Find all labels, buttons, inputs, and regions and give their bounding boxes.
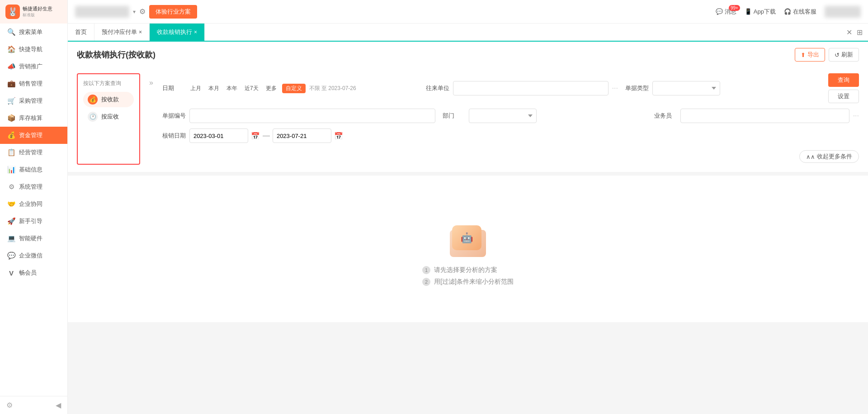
tab-writeoff-close[interactable]: × [194,29,197,35]
filter-option-receivable-label: 按应收 [101,113,119,121]
sidebar-label-enterprise: 企业协同 [19,200,42,208]
sidebar-label-finance: 资金管理 [19,131,42,139]
service-icon: 🎧 [784,8,791,15]
tip-num-2: 2 [422,278,430,286]
this-month-btn[interactable]: 本月 [207,84,221,93]
tab-home[interactable]: 首页 [68,24,94,41]
refresh-button[interactable]: ↺ 刷新 [829,48,859,62]
export-button[interactable]: ⬆ 导出 [795,48,825,62]
collapse-left-panel[interactable]: » [147,77,155,89]
dept-label: 部门 [443,112,465,120]
sidebar-item-marketing[interactable]: 📣 营销推广 [0,58,67,75]
sidebar-item-search[interactable]: 🔍 搜索菜单 [0,24,67,41]
sidebar-item-basic[interactable]: 📊 基础信息 [0,161,67,178]
staff-field: 业务员 ··· [654,109,859,123]
sidebar-item-purchase[interactable]: 🛒 采购管理 [0,92,67,109]
staff-input[interactable] [680,109,849,123]
management-icon: 📋 [7,148,15,157]
staff-dots[interactable]: ··· [853,112,859,120]
collapse-sidebar-icon[interactable]: ◀ [56,401,61,409]
custom-date-btn[interactable]: 自定义 [282,84,306,93]
sidebar-item-guide[interactable]: 🚀 新手引导 [0,213,67,230]
date-separator: — [263,132,270,140]
sidebar-item-wechat[interactable]: 💬 企业微信 [0,247,67,264]
sidebar-logo: 🐰 畅捷通好生意 标准版 [0,0,67,24]
tabs-controls: ✕ ⊞ [846,28,868,37]
settings-footer-icon[interactable]: ⚙ [6,401,13,409]
writeoff-date-start-input[interactable] [189,128,248,143]
sidebar-item-finance[interactable]: 💰 资金管理 [0,127,67,144]
writeoff-start-cal-icon[interactable]: 📅 [251,132,260,140]
gear-icon[interactable]: ⚙ [139,7,146,16]
sidebar-item-inventory[interactable]: 📦 库存核算 [0,109,67,127]
sidebar-item-sales[interactable]: 💼 销售管理 [0,75,67,92]
app-download-button[interactable]: 📱 App下载 [745,8,776,16]
tab-writeoff-label: 收款核销执行 [157,28,192,36]
writeoff-date-end-input[interactable] [273,128,331,143]
sidebar-item-enterprise[interactable]: 🤝 企业协同 [0,195,67,213]
receivable-icon: 🕐 [88,112,98,122]
marketing-icon: 📣 [7,62,15,71]
inventory-icon: 📦 [7,114,15,122]
sidebar-item-nav[interactable]: 🏠 快捷导航 [0,41,67,58]
filter-row-3: 核销日期 📅 — 📅 [162,128,859,143]
close-tab-icon[interactable]: ✕ [846,28,852,37]
setting-button[interactable]: 设置 [828,90,859,103]
date-field: 日期 上月 本月 本年 近7天 更多 自定义 不限 至 2023-07-26 [162,84,419,93]
filter-form: 日期 上月 本月 本年 近7天 更多 自定义 不限 至 2023-07-26 [162,73,859,165]
last-7days-btn[interactable]: 近7天 [243,84,260,93]
counterparty-input[interactable] [453,81,609,95]
sidebar-label-wechat: 企业微信 [19,252,42,260]
app-label: App下载 [754,8,776,16]
dept-select[interactable] [469,109,537,123]
tip-text-1: 请先选择要分析的方案 [434,266,497,274]
tab-writeoff[interactable]: 收款核销执行 × [150,24,205,41]
tab-prepay[interactable]: 预付冲应付单 × [94,24,150,41]
voucher-no-input[interactable] [189,109,435,123]
message-icon: 💬 [716,8,723,15]
topbar-left: ▾ ⚙ 体验行业方案 [75,5,197,19]
this-year-btn[interactable]: 本年 [225,84,239,93]
tabs-bar: 首页 预付冲应付单 × 收款核销执行 × ✕ ⊞ [68,24,868,42]
message-button[interactable]: 💬 消息 99+ [716,8,736,16]
query-button[interactable]: 查询 [828,73,859,87]
topbar: ▾ ⚙ 体验行业方案 💬 消息 99+ 📱 App下载 🎧 在线客服 [68,0,868,24]
app-icon: 📱 [745,8,752,15]
sidebar-item-system[interactable]: ⚙ 系统管理 [0,178,67,195]
writeoff-date-field: 核销日期 📅 — 📅 [162,128,343,143]
expand-tab-icon[interactable]: ⊞ [857,28,863,37]
tab-prepay-close[interactable]: × [139,29,142,35]
dropdown-icon[interactable]: ▾ [133,9,136,15]
collapse-icon: ∧∧ [806,153,815,160]
writeoff-end-cal-icon[interactable]: 📅 [334,132,343,140]
counterparty-label: 往来单位 [426,84,449,92]
more-date-btn[interactable]: 更多 [264,84,278,93]
tip-text-2: 用[过滤]条件来缩小分析范围 [434,278,514,286]
sidebar-nav: 🔍 搜索菜单 🏠 快捷导航 📣 营销推广 💼 销售管理 🛒 采购管理 📦 库存核… [0,24,67,396]
date-label: 日期 [162,84,185,92]
sidebar-item-hardware[interactable]: 💻 智能硬件 [0,230,67,247]
sidebar-label-search: 搜索菜单 [19,28,42,36]
sidebar-label-guide: 新手引导 [19,217,42,225]
writeoff-date-group: 📅 — 📅 [189,128,343,143]
sidebar-label-nav: 快捷导航 [19,45,42,53]
counterparty-dots[interactable]: ··· [612,84,618,92]
sales-icon: 💼 [7,80,15,88]
sidebar-label-hardware: 智能硬件 [19,234,42,243]
date-shortcuts: 上月 本月 本年 近7天 更多 自定义 不限 至 2023-07-26 [189,84,356,93]
filter-row-1: 日期 上月 本月 本年 近7天 更多 自定义 不限 至 2023-07-26 [162,73,859,103]
voucher-type-select[interactable] [652,81,720,95]
sidebar-item-member[interactable]: V 畅会员 [0,264,67,281]
filter-option-by-receivable[interactable]: 🕐 按应收 [83,109,134,124]
sidebar-label-basic: 基础信息 [19,166,42,174]
wechat-icon: 💬 [7,252,15,260]
last-month-btn[interactable]: 上月 [189,84,203,93]
empty-tip-2: 2 用[过滤]条件来缩小分析范围 [422,278,514,286]
purchase-icon: 🛒 [7,97,15,105]
filter-option-by-receipt[interactable]: 💰 按收款 [83,92,134,107]
collapse-more-button[interactable]: ∧∧ 收起更多条件 [799,150,859,163]
filter-left-panel: 按以下方案查询 💰 按收款 🕐 按应收 [77,73,140,165]
sidebar-item-management[interactable]: 📋 经营管理 [0,144,67,161]
service-button[interactable]: 🎧 在线客服 [784,8,816,16]
solution-button[interactable]: 体验行业方案 [149,5,197,19]
